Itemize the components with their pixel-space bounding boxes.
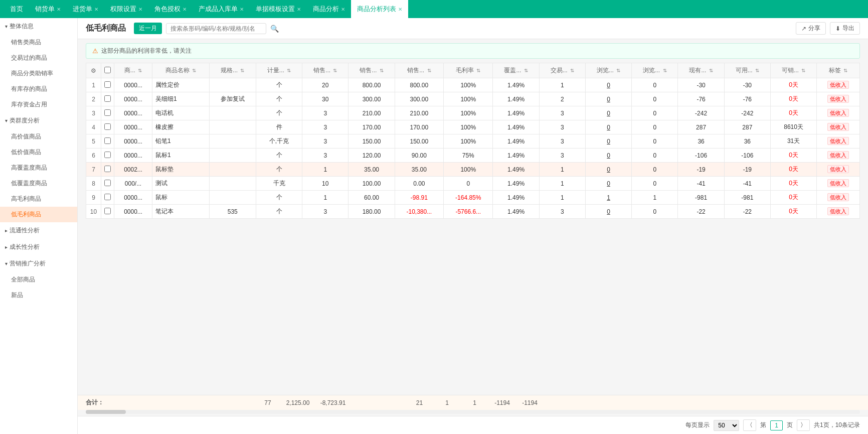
row-code: 0000...: [114, 205, 152, 219]
row-checkbox[interactable]: [101, 78, 114, 92]
nav-purchase-order-close[interactable]: ✕: [94, 7, 98, 12]
search-input[interactable]: [166, 23, 266, 34]
row-trade: 1: [539, 163, 585, 177]
row-available: 36: [724, 134, 770, 149]
sidebar-item-high-margin[interactable]: 高毛利商品: [0, 191, 77, 207]
row-browse1[interactable]: 0: [585, 120, 631, 134]
col-sellable[interactable]: 可销... ⇅: [770, 63, 816, 78]
nav-template-settings-close[interactable]: ✕: [297, 7, 301, 12]
col-coverage[interactable]: 覆盖... ⇅: [493, 63, 539, 78]
per-page-select[interactable]: 50 100 200: [714, 420, 739, 431]
sidebar-group-marketing[interactable]: ▾ 营销推广分析: [0, 255, 77, 272]
row-unit: 个: [256, 163, 302, 177]
sidebar-item-traded-goods[interactable]: 交易过的商品: [0, 50, 77, 66]
sidebar-item-category-rate[interactable]: 商品分类助销率: [0, 66, 77, 81]
row-available: -19: [724, 163, 770, 177]
col-current[interactable]: 现有... ⇅: [678, 63, 724, 78]
row-sellable: 31天: [770, 134, 816, 149]
row-checkbox[interactable]: [101, 149, 114, 163]
sidebar-group-liquidity[interactable]: ▸ 流通性分析: [0, 222, 77, 239]
row-checkbox[interactable]: [101, 106, 114, 120]
sidebar-item-all-goods[interactable]: 全部商品: [0, 272, 77, 287]
sidebar-item-high-value[interactable]: 高价值商品: [0, 129, 77, 144]
nav-goods-analysis-list-close[interactable]: ✕: [398, 7, 402, 12]
row-browse1[interactable]: 0: [585, 149, 631, 163]
row-browse1[interactable]: 0: [585, 106, 631, 120]
horizontal-scrollbar[interactable]: [86, 410, 860, 414]
col-sales-price[interactable]: 销售... ⇅: [349, 63, 395, 78]
row-checkbox[interactable]: [101, 163, 114, 177]
export-button[interactable]: ⬇ 导出: [830, 22, 860, 35]
nav-product-entry-close[interactable]: ✕: [240, 7, 244, 12]
col-sales-qty[interactable]: 销售... ⇅: [302, 63, 349, 78]
col-unit[interactable]: 计量... ⇅: [256, 63, 302, 78]
prev-page-button[interactable]: 〈: [743, 419, 756, 431]
row-browse1[interactable]: 1: [585, 191, 631, 205]
row-trade: 2: [539, 92, 585, 106]
search-button[interactable]: 🔍: [270, 25, 279, 33]
nav-permission[interactable]: 权限设置 ✕: [104, 0, 148, 18]
row-checkbox[interactable]: [101, 92, 114, 106]
col-trade[interactable]: 交易... ⇅: [539, 63, 585, 78]
col-spec[interactable]: 规格... ⇅: [209, 63, 256, 78]
row-unit: 个: [256, 78, 302, 92]
select-all-checkbox[interactable]: [104, 67, 111, 73]
time-filter-button[interactable]: 近一月: [134, 23, 162, 34]
nav-sales-order-close[interactable]: ✕: [57, 7, 61, 12]
sidebar-item-low-coverage[interactable]: 低覆盖度商品: [0, 176, 77, 191]
row-browse1[interactable]: 0: [585, 205, 631, 219]
nav-goods-analysis[interactable]: 商品分析 ✕: [307, 0, 351, 18]
row-current: -22: [678, 205, 724, 219]
row-checkbox[interactable]: [101, 134, 114, 149]
sidebar-item-sales-goods[interactable]: 销售类商品: [0, 35, 77, 50]
sidebar-item-capital[interactable]: 库存资金占用: [0, 97, 77, 112]
col-browse1[interactable]: 浏览... ⇅: [585, 63, 631, 78]
row-num: 1: [86, 78, 101, 92]
col-sales-amount[interactable]: 销售... ⇅: [395, 63, 443, 78]
footer-sales-amount: -8,723.91: [315, 399, 351, 406]
row-checkbox[interactable]: [101, 177, 114, 191]
row-browse1[interactable]: 0: [585, 92, 631, 106]
sidebar-item-new-goods[interactable]: 新品: [0, 287, 77, 303]
next-page-button[interactable]: 〉: [797, 419, 810, 431]
sidebar-group-cluster[interactable]: ▾ 类群度分析: [0, 112, 77, 129]
nav-role-auth[interactable]: 角色授权 ✕: [148, 0, 193, 18]
nav-sales-order[interactable]: 销货单 ✕: [29, 0, 67, 18]
sidebar-item-low-value[interactable]: 低价值商品: [0, 144, 77, 160]
row-checkbox[interactable]: [101, 191, 114, 205]
row-num: 9: [86, 191, 101, 205]
scrollbar-thumb[interactable]: [86, 410, 126, 414]
nav-product-entry[interactable]: 产成品入库单 ✕: [193, 0, 250, 18]
row-sellable: 0天: [770, 191, 816, 205]
nav-goods-analysis-close[interactable]: ✕: [341, 7, 345, 12]
nav-template-settings[interactable]: 单据模板设置 ✕: [250, 0, 307, 18]
row-browse1[interactable]: 0: [585, 78, 631, 92]
col-gross-margin[interactable]: 毛利率 ⇅: [444, 63, 493, 78]
nav-goods-analysis-list[interactable]: 商品分析列表 ✕: [351, 0, 408, 18]
sidebar-item-low-margin[interactable]: 低毛利商品: [0, 207, 77, 222]
row-coverage: 1.49%: [493, 78, 539, 92]
row-browse1[interactable]: 0: [585, 177, 631, 191]
row-sales-qty: 3: [302, 149, 349, 163]
row-checkbox[interactable]: [101, 120, 114, 134]
nav-home[interactable]: 首页: [4, 0, 29, 18]
col-browse2[interactable]: 浏览... ⇅: [632, 63, 678, 78]
nav-permission-close[interactable]: ✕: [138, 7, 142, 12]
row-checkbox[interactable]: [101, 205, 114, 219]
nav-purchase-order[interactable]: 进货单 ✕: [67, 0, 104, 18]
col-code[interactable]: 商... ⇅: [114, 63, 152, 78]
sidebar-group-overall[interactable]: ▾ 整体信息: [0, 18, 77, 35]
sidebar-item-stocked-goods[interactable]: 有库存的商品: [0, 81, 77, 97]
row-browse1[interactable]: 0: [585, 163, 631, 177]
col-settings[interactable]: ⚙: [86, 63, 101, 78]
share-button[interactable]: ↗ 分享: [796, 22, 826, 35]
col-available[interactable]: 可用... ⇅: [724, 63, 770, 78]
col-name[interactable]: 商品名称 ⇅: [152, 63, 209, 78]
row-browse1[interactable]: 0: [585, 134, 631, 149]
row-sales-qty: 3: [302, 120, 349, 134]
sidebar-group-growth[interactable]: ▸ 成长性分析: [0, 239, 77, 255]
nav-role-auth-close[interactable]: ✕: [183, 7, 187, 12]
footer-browse1: 1: [433, 399, 461, 406]
col-tag[interactable]: 标签 ⇅: [817, 63, 860, 78]
sidebar-item-high-coverage[interactable]: 高覆盖度商品: [0, 160, 77, 176]
